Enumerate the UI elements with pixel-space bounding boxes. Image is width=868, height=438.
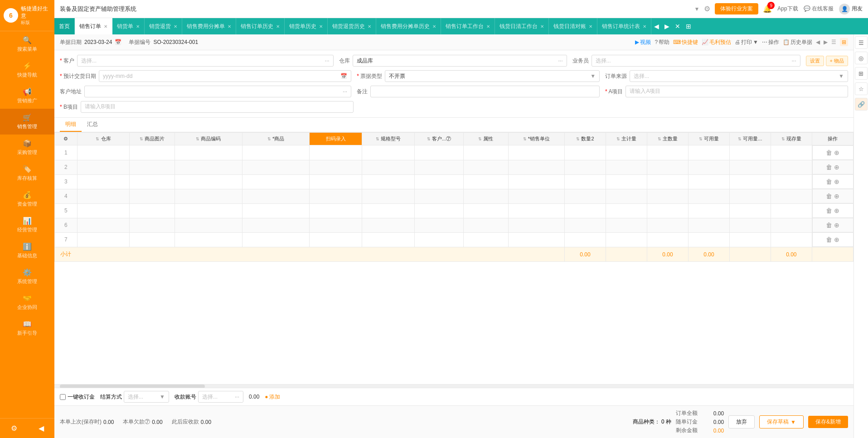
sidebar-item-0[interactable]: 🔍搜索菜单 xyxy=(0,31,54,57)
app-download-link[interactable]: App下载 xyxy=(777,5,798,13)
tab-close-sales-stats[interactable]: ✕ xyxy=(643,24,646,29)
row-stock-3[interactable] xyxy=(771,174,812,189)
delete-icon-5[interactable]: 🗑 xyxy=(826,207,832,214)
row-scan-4[interactable] xyxy=(310,189,362,203)
row-attr-3[interactable] xyxy=(463,174,508,189)
address-input[interactable]: ··· xyxy=(84,86,351,97)
tab-close-sales-return-history[interactable]: ✕ xyxy=(368,24,371,29)
delete-icon-1[interactable]: 🗑 xyxy=(826,149,832,156)
delete-icon-6[interactable]: 🗑 xyxy=(826,221,832,229)
row-img-7[interactable] xyxy=(130,232,175,247)
row-unit-5[interactable] xyxy=(508,203,564,218)
tab-close-daily-reconcile[interactable]: ✕ xyxy=(589,24,592,29)
row-code-2[interactable] xyxy=(175,160,242,174)
row-avail2-6[interactable] xyxy=(729,218,771,232)
warehouse-dots[interactable]: ··· xyxy=(558,58,563,64)
tab-sales-order[interactable]: 销售订单 ✕ xyxy=(75,18,112,34)
row-qty2-3[interactable] xyxy=(564,174,606,189)
account-select[interactable]: 选择... ··· xyxy=(198,391,243,403)
address-dots[interactable]: ··· xyxy=(343,88,347,95)
row-qty2-5[interactable] xyxy=(564,203,606,218)
row-avail-5[interactable] xyxy=(688,203,729,218)
settings-bottom-icon[interactable]: ⚙ xyxy=(9,422,19,434)
right-panel-icon-4[interactable]: ☆ xyxy=(855,82,868,95)
tab-sales-expense[interactable]: 销售费用分摊单 ✕ xyxy=(182,18,236,34)
row-qty2-4[interactable] xyxy=(564,189,606,203)
row-main-qty-4[interactable] xyxy=(647,189,688,203)
delete-icon-2[interactable]: 🗑 xyxy=(826,164,832,171)
row-scan-5[interactable] xyxy=(310,203,362,218)
row-code-4[interactable] xyxy=(175,189,242,203)
row-stock-1[interactable] xyxy=(771,145,812,160)
row-unit-3[interactable] xyxy=(508,174,564,189)
row-customer-2[interactable] xyxy=(415,160,464,174)
col-avail[interactable]: ⇅ 可用量 xyxy=(688,133,729,145)
row-main-unit-5[interactable] xyxy=(606,203,647,218)
payment-method-select[interactable]: 选择... ▼ xyxy=(124,391,169,403)
tab-sales-stats[interactable]: 销售订单统计表 ✕ xyxy=(597,18,651,34)
col-main-qty[interactable]: ⇅ 主数量 xyxy=(647,133,688,145)
user-menu[interactable]: 👤 用友 xyxy=(839,4,863,14)
row-avail-6[interactable] xyxy=(688,218,729,232)
col-avail2[interactable]: ⇅ 可用量... xyxy=(729,133,771,145)
row-ops-3[interactable]: 🗑 ⊕ xyxy=(812,174,853,189)
row-qty2-1[interactable] xyxy=(564,145,606,160)
tab-summary[interactable]: 汇总 xyxy=(82,118,103,132)
row-ops-6[interactable]: 🗑 ⊕ xyxy=(812,218,853,232)
tab-close-sales-order[interactable]: ✕ xyxy=(104,24,107,29)
row-unit-2[interactable] xyxy=(508,160,564,174)
row-img-5[interactable] xyxy=(130,203,175,218)
shortcut-action[interactable]: ⌨ 快捷键 xyxy=(673,39,698,46)
system-settings-icon[interactable]: ⚙ xyxy=(704,5,710,13)
add-product-button[interactable]: + 物品 xyxy=(826,56,848,66)
sidebar-item-1[interactable]: ⚡快捷导航 xyxy=(0,57,54,83)
row-stock-6[interactable] xyxy=(771,218,812,232)
row-img-4[interactable] xyxy=(130,189,175,203)
sidebar-item-5[interactable]: 🏷️库存核算 xyxy=(0,160,54,186)
invoice-select[interactable]: 不开票 ▼ xyxy=(385,70,600,82)
row-scan-2[interactable] xyxy=(310,160,362,174)
row-scan-7[interactable] xyxy=(310,232,362,247)
industry-solution-button[interactable]: 体验行业方案 xyxy=(715,3,758,14)
delete-icon-4[interactable]: 🗑 xyxy=(826,193,832,200)
row-qty2-2[interactable] xyxy=(564,160,606,174)
sidebar-item-4[interactable]: 📦采购管理 xyxy=(0,135,54,160)
col-code[interactable]: ⇅ 商品编码 xyxy=(175,133,242,145)
row-code-7[interactable] xyxy=(175,232,242,247)
warehouse-input[interactable]: 成品库 ··· xyxy=(353,55,567,67)
row-scan-3[interactable] xyxy=(310,174,362,189)
save-draft-dropdown-icon[interactable]: ▼ xyxy=(790,419,796,425)
nav-expand-icon[interactable]: ⊞ xyxy=(683,23,694,30)
tab-close-daily-workbench[interactable]: ✕ xyxy=(540,24,544,29)
row-stock-2[interactable] xyxy=(771,160,812,174)
col-attr[interactable]: ⇅ 属性 xyxy=(463,133,508,145)
row-name-1[interactable] xyxy=(242,145,310,160)
row-customer-5[interactable] xyxy=(415,203,464,218)
col-stock[interactable]: ⇅ 现存量 xyxy=(771,133,812,145)
calendar-icon[interactable]: 📅 xyxy=(115,39,121,45)
row-ops-2[interactable]: 🗑 ⊕ xyxy=(812,160,853,174)
sidebar-item-9[interactable]: ⚙️系统管理 xyxy=(0,264,54,289)
row-warehouse-4[interactable] xyxy=(77,189,130,203)
tab-sales-workbench[interactable]: 销售订单工作台 ✕ xyxy=(441,18,495,34)
tab-close-sales-expense-history[interactable]: ✕ xyxy=(432,24,436,29)
row-main-unit-3[interactable] xyxy=(606,174,647,189)
row-main-qty-5[interactable] xyxy=(647,203,688,218)
row-customer-6[interactable] xyxy=(415,218,464,232)
row-name-7[interactable] xyxy=(242,232,310,247)
row-avail2-1[interactable] xyxy=(729,145,771,160)
nav-left-icon[interactable]: ◀ xyxy=(816,39,820,45)
row-name-3[interactable] xyxy=(242,174,310,189)
tab-close-sales-receipt-history[interactable]: ✕ xyxy=(319,24,323,29)
row-img-2[interactable] xyxy=(130,160,175,174)
row-main-unit-7[interactable] xyxy=(606,232,647,247)
copy-icon-4[interactable]: ⊕ xyxy=(834,193,839,200)
sidebar-item-7[interactable]: 📊经营管理 xyxy=(0,212,54,238)
sidebar-item-8[interactable]: ℹ️基础信息 xyxy=(0,238,54,264)
copy-icon-6[interactable]: ⊕ xyxy=(834,221,839,229)
delivery-calendar-icon[interactable]: 📅 xyxy=(340,73,347,79)
row-avail-2[interactable] xyxy=(688,160,729,174)
print-action[interactable]: 🖨 打印 ▼ xyxy=(735,39,758,46)
copy-icon-2[interactable]: ⊕ xyxy=(834,164,839,171)
row-spec-5[interactable] xyxy=(362,203,415,218)
